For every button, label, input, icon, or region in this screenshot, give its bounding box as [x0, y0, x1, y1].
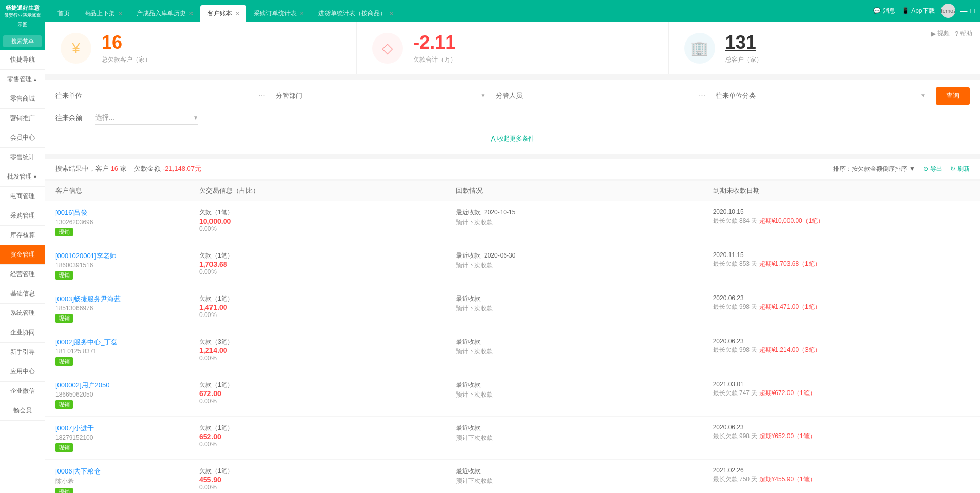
- tab-home[interactable]: 首页: [50, 5, 77, 22]
- balance-label: 往来余额: [55, 113, 91, 123]
- sidebar-item-marketing[interactable]: 营销推广: [0, 109, 45, 128]
- debt-percent: 0.00%: [199, 311, 456, 319]
- sidebar-item-app-center[interactable]: 应用中心: [0, 362, 45, 382]
- overdue-amount-link[interactable]: 超期¥652.00（1笔）: [759, 432, 816, 440]
- tab-close-incoming-stats[interactable]: ✕: [389, 11, 393, 16]
- customer-name-link[interactable]: [0007]小进千: [55, 424, 94, 432]
- due-cell: 2020.06.23 最长欠款 998 天 超期¥652.00（1笔）: [713, 424, 970, 441]
- collection-label: 预计下次收款: [456, 477, 713, 485]
- query-button[interactable]: 查询: [936, 87, 970, 105]
- sidebar: 畅捷通好生意 母婴行业演示账套 示图 搜索菜单 快捷导航 零售管理 ▲ 零售商城…: [0, 0, 45, 493]
- sidebar-item-batch-manage[interactable]: 批发管理 ▼: [0, 167, 45, 187]
- message-button[interactable]: 💬 消息: [873, 7, 895, 15]
- window-controls: — □: [960, 7, 975, 15]
- debt-amount-label: 欠款合计（万）: [413, 55, 456, 64]
- tab-close-product-history[interactable]: ✕: [189, 11, 193, 16]
- customer-phone: 18279152100: [55, 434, 199, 441]
- sidebar-item-purchase[interactable]: 采购管理: [0, 206, 45, 226]
- export-button[interactable]: ⊙ 导出: [923, 165, 943, 173]
- sidebar-item-basic-info[interactable]: 基础信息: [0, 284, 45, 304]
- sidebar-item-member2[interactable]: 畅会员: [0, 401, 45, 421]
- tab-customer-account[interactable]: 客户账本 ✕: [200, 5, 246, 22]
- due-date: 2020.06.23: [713, 294, 970, 302]
- sidebar-item-member[interactable]: 会员中心: [0, 128, 45, 148]
- customer-name-link[interactable]: [0002]服务中心_丁磊: [55, 338, 118, 346]
- customer-name-link[interactable]: [0006]去下粮仓: [55, 467, 101, 475]
- sidebar-item-system[interactable]: 系统管理: [0, 304, 45, 323]
- sidebar-item-business[interactable]: 经营管理: [0, 265, 45, 284]
- overdue-amount-link[interactable]: 超期¥672.00（1笔）: [759, 389, 816, 397]
- customer-info-cell: [0003]畅捷服务尹海蓝 18513066976 现销: [55, 294, 199, 323]
- from-unit-more-icon[interactable]: ···: [258, 91, 265, 101]
- customer-info-cell: [0016]吕俊 13026203696 现销: [55, 208, 199, 236]
- sidebar-item-wechat[interactable]: 企业微信: [0, 382, 45, 401]
- overdue-amount-link[interactable]: 超期¥10,000.00（1笔）: [759, 217, 824, 224]
- sidebar-item-finance[interactable]: 资金管理: [0, 245, 45, 265]
- from-unit-input-container[interactable]: ···: [95, 90, 265, 102]
- app-logo: 畅捷通好生意 母婴行业演示账套 示图: [0, 0, 45, 32]
- minimize-button[interactable]: —: [960, 7, 968, 15]
- debt-amount: 455.90: [199, 476, 456, 484]
- customer-info-cell: [0006]去下粮仓 陈小希 现销: [55, 467, 199, 493]
- collapse-filter-button[interactable]: ⋀ 收起更多条件: [55, 131, 970, 146]
- overdue-days: 最长欠款 998 天 超期¥1,214.00（3笔）: [713, 346, 970, 354]
- refresh-button[interactable]: ↻ 刷新: [950, 165, 970, 173]
- customer-name-link[interactable]: [000002]用户2050: [55, 381, 110, 389]
- sidebar-item-guide[interactable]: 新手引导: [0, 343, 45, 362]
- stats-bar: ¥ 16 总欠款客户（家） ◇ -2.11 欠款合计（万） 🏢 131 总客户（…: [45, 22, 980, 74]
- help-icon: ?: [955, 30, 958, 37]
- person-input-container[interactable]: ···: [536, 90, 706, 102]
- due-cell: 2021.02.26 最长欠款 750 天 超期¥455.90（1笔）: [713, 467, 970, 484]
- collection-label: 预计下次收款: [456, 390, 713, 399]
- collection-label: 预计下次收款: [456, 433, 713, 442]
- customer-phone: 18665062050: [55, 391, 199, 398]
- sort-button[interactable]: 排序：按欠款金额倒序排序 ▼: [833, 165, 915, 173]
- sidebar-item-retail-stats[interactable]: 零售统计: [0, 148, 45, 167]
- col-header-collection: 回款情况: [456, 186, 713, 195]
- filter-from-unit: 往来单位 ···: [55, 90, 265, 102]
- tab-product-history[interactable]: 产成品入库单历史 ✕: [129, 5, 200, 22]
- due-cell: 2021.03.01 最长欠款 747 天 超期¥672.00（1笔）: [713, 381, 970, 398]
- collection-cell: 最近收款 2020-06-30 预计下次收款: [456, 251, 713, 270]
- sidebar-item-retail-manage[interactable]: 零售管理 ▲: [0, 70, 45, 89]
- app-download-button[interactable]: 📱 App下载: [901, 7, 934, 15]
- tab-product-shelf[interactable]: 商品上下架 ✕: [77, 5, 129, 22]
- filter-row-1: 往来单位 ··· 分管部门 ▼ 分管人员: [55, 87, 970, 105]
- stat-card-debt-customers: ¥ 16 总欠款客户（家）: [45, 22, 357, 74]
- overdue-amount-link[interactable]: 超期¥455.90（1笔）: [759, 476, 816, 483]
- tab-close-product-shelf[interactable]: ✕: [118, 11, 122, 16]
- sidebar-item-quick-nav[interactable]: 快捷导航: [0, 50, 45, 70]
- person-input[interactable]: [536, 90, 699, 102]
- collection-label: 预计下次收款: [456, 218, 713, 227]
- customer-name-link[interactable]: [0003]畅捷服务尹海蓝: [55, 295, 121, 303]
- video-button[interactable]: ▶ 视频: [931, 29, 950, 38]
- customer-name-link[interactable]: [0016]吕俊: [55, 209, 87, 216]
- tab-close-purchase-order[interactable]: ✕: [300, 11, 304, 16]
- person-more-icon[interactable]: ···: [699, 91, 705, 101]
- sidebar-item-ecommerce[interactable]: 电商管理: [0, 187, 45, 206]
- tab-purchase-order[interactable]: 采购订单统计表 ✕: [246, 5, 311, 22]
- sidebar-toggle[interactable]: 示图: [3, 21, 42, 28]
- user-avatar[interactable]: demo2: [941, 4, 955, 18]
- tab-incoming-stats[interactable]: 进货单统计表（按商品） ✕: [311, 5, 400, 22]
- overdue-amount-link[interactable]: 超期¥1,471.00（1笔）: [759, 303, 821, 310]
- unit-class-label: 往来单位分类: [716, 91, 752, 101]
- sidebar-item-enterprise[interactable]: 企业协同: [0, 323, 45, 343]
- customer-tag: 现销: [55, 488, 73, 493]
- from-unit-input[interactable]: [95, 90, 258, 102]
- overdue-amount-link[interactable]: 超期¥1,703.68（1笔）: [759, 260, 821, 267]
- sidebar-item-inventory[interactable]: 库存核算: [0, 226, 45, 245]
- tab-close-customer-account[interactable]: ✕: [235, 11, 239, 16]
- refresh-icon: ↻: [950, 165, 955, 172]
- balance-select[interactable]: 选择... ▼: [95, 111, 198, 125]
- customer-name-link[interactable]: [0001020001]李老师: [55, 252, 117, 260]
- help-button[interactable]: ? 帮助: [955, 29, 972, 38]
- debt-label: 欠款（1笔）: [199, 251, 456, 260]
- unit-class-select[interactable]: ▼: [756, 91, 926, 101]
- search-menu-button[interactable]: 搜索菜单: [3, 35, 42, 47]
- sidebar-item-retail-mall[interactable]: 零售商城: [0, 89, 45, 109]
- dept-select[interactable]: ▼: [316, 91, 486, 101]
- maximize-button[interactable]: □: [971, 7, 975, 15]
- due-date: 2021.02.26: [713, 467, 970, 474]
- overdue-amount-link[interactable]: 超期¥1,214.00（3笔）: [759, 346, 821, 353]
